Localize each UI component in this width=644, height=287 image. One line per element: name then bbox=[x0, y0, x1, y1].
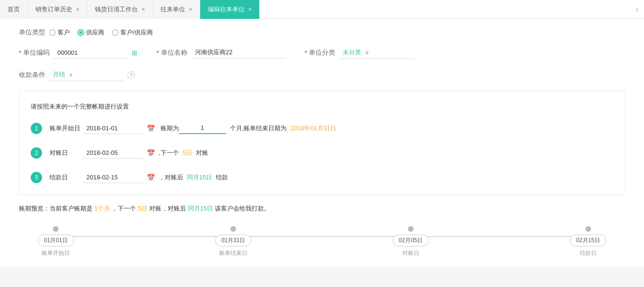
radio-customer[interactable]: 客户 bbox=[49, 28, 70, 37]
tab-partner-units-label: 往来单位 bbox=[161, 5, 185, 14]
row-label-3: 结款日 bbox=[50, 173, 83, 182]
unit-name-star: * bbox=[156, 49, 159, 57]
row-prefix-2: ,下一个 bbox=[159, 149, 179, 157]
setting-row-3: 3 结款日 📅 ，对账后 同月15日 结款 bbox=[31, 172, 613, 183]
unit-type-field: 单位类型 客户 供应商 客户/供应商 bbox=[19, 28, 153, 37]
timeline-nodes: 01月01日 账单开始日 01月31日 账单结束日 02月05日 对账日 02月… bbox=[38, 226, 606, 257]
timeline-label-4: 结款日 bbox=[580, 249, 597, 257]
payment-terms-label: 收款条件 bbox=[19, 71, 45, 79]
period-input[interactable] bbox=[179, 122, 226, 134]
tab-sales-history[interactable]: 销售订单历史 × bbox=[28, 0, 87, 19]
unit-category-arrow: ∨ bbox=[365, 49, 369, 56]
radio-both-label: 客户/供应商 bbox=[120, 28, 153, 37]
row-highlight-1: 2018年01月31日 bbox=[290, 124, 336, 133]
tab-sales-history-label: 销售订单历史 bbox=[35, 5, 72, 14]
unit-code-copy-icon[interactable]: ⊞ bbox=[132, 49, 137, 57]
settings-section: 请按照未来的一个完整帐期进行设置 1 账单开始日 📅 账期为 个月,账单结束日期… bbox=[19, 91, 625, 195]
timeline-label-2: 账单结束日 bbox=[219, 249, 247, 257]
timeline-dot-2 bbox=[230, 226, 236, 232]
payment-terms-select[interactable]: 月结 ∨ bbox=[49, 68, 125, 81]
timeline-node-4: 02月15日 结款日 bbox=[570, 226, 606, 257]
tab-cash-daily-label: 钱货日清工作台 bbox=[95, 5, 138, 14]
row-highlight-2: 5日 bbox=[183, 149, 192, 157]
preview-part3-highlight: 同月15日 bbox=[188, 205, 213, 212]
payment-terms-value: 月结 bbox=[53, 70, 65, 79]
payment-terms-arrow: ∨ bbox=[69, 71, 73, 78]
payment-terms-field: 收款条件 月结 ∨ ? bbox=[19, 68, 135, 81]
preview-part2-highlight: 5日 bbox=[138, 205, 147, 212]
section-title: 请按照未来的一个完整帐期进行设置 bbox=[31, 102, 613, 111]
unit-category-field: * 单位分类 未分类 ∨ bbox=[305, 46, 415, 59]
timeline-label-1: 账单开始日 bbox=[42, 249, 70, 257]
tab-cash-daily[interactable]: 钱货日清工作台 × bbox=[87, 0, 153, 19]
payment-date-input[interactable] bbox=[83, 172, 144, 183]
row-label-2: 对账日 bbox=[50, 149, 83, 157]
radio-both-circle bbox=[112, 29, 119, 36]
preview-part1: 1个月 bbox=[94, 205, 110, 212]
unit-type-label: 单位类型 bbox=[19, 28, 45, 37]
unit-code-field: * 单位编码 ⊞ bbox=[19, 47, 137, 59]
tab-partner-units-close[interactable]: × bbox=[189, 6, 192, 13]
timeline-badge-4: 02月15日 bbox=[570, 235, 606, 246]
radio-supplier[interactable]: 供应商 bbox=[77, 28, 104, 37]
unit-category-value: 未分类 bbox=[343, 48, 361, 57]
unit-type-row: 单位类型 客户 供应商 客户/供应商 bbox=[19, 28, 625, 37]
unit-name-input[interactable] bbox=[191, 47, 286, 59]
timeline-node-3: 02月05日 对账日 bbox=[393, 226, 429, 257]
row-highlight-3: 同月15日 bbox=[187, 173, 212, 182]
page-content: 单位类型 客户 供应商 客户/供应商 * 单位编码 bbox=[0, 19, 644, 267]
tab-edit-partner[interactable]: 编辑往来单位 × bbox=[200, 0, 260, 19]
tab-partner-units[interactable]: 往来单位 × bbox=[153, 0, 200, 19]
radio-supplier-label: 供应商 bbox=[86, 28, 104, 37]
preview-part2: ，下一个 bbox=[111, 205, 136, 212]
help-icon[interactable]: ? bbox=[127, 71, 135, 79]
start-date-input[interactable] bbox=[83, 123, 144, 134]
tab-edit-partner-label: 编辑往来单位 bbox=[208, 5, 245, 14]
tab-edit-partner-close[interactable]: × bbox=[248, 6, 252, 13]
timeline-label-3: 对账日 bbox=[402, 249, 419, 257]
setting-row-2: 2 对账日 📅 ,下一个 5日 对账 bbox=[31, 147, 613, 159]
tab-sales-history-close[interactable]: × bbox=[76, 6, 79, 13]
unit-code-input[interactable] bbox=[53, 47, 129, 59]
timeline-line bbox=[43, 236, 601, 237]
row-suffix-2: 对账 bbox=[196, 149, 208, 157]
unit-name-label: 单位名称 bbox=[161, 49, 187, 57]
unit-info-row: * 单位编码 ⊞ * 单位名称 * 单位分类 未分类 ∨ bbox=[19, 46, 625, 59]
timeline-dot-1 bbox=[53, 226, 59, 232]
tabs-more-button[interactable]: › bbox=[630, 5, 644, 14]
timeline-container: 01月01日 账单开始日 01月31日 账单结束日 02月05日 对账日 02月… bbox=[19, 226, 625, 257]
preview-label: 账期预览：当前客户账期是 bbox=[19, 205, 93, 212]
reconcile-date-input[interactable] bbox=[83, 147, 144, 159]
row-num-3: 3 bbox=[31, 172, 42, 183]
row-num-1: 1 bbox=[31, 123, 42, 134]
tab-cash-daily-close[interactable]: × bbox=[142, 6, 145, 13]
unit-code-label: 单位编码 bbox=[23, 49, 50, 57]
timeline-dot-3 bbox=[408, 226, 414, 232]
radio-both[interactable]: 客户/供应商 bbox=[112, 28, 153, 37]
radio-customer-label: 客户 bbox=[58, 28, 70, 37]
timeline-node-2: 01月31日 账单结束日 bbox=[215, 226, 252, 257]
row-prefix-3: ，对账后 bbox=[159, 173, 183, 182]
payment-date-cal-icon[interactable]: 📅 bbox=[147, 174, 155, 181]
row-label-1: 账单开始日 bbox=[50, 124, 83, 133]
unit-code-star: * bbox=[19, 49, 21, 57]
row-suffix-1: 个月,账单结束日期为 bbox=[230, 124, 287, 133]
unit-category-label: 单位分类 bbox=[309, 49, 335, 57]
tab-home[interactable]: 首页 bbox=[0, 0, 28, 19]
payment-terms-row: 收款条件 月结 ∨ ? bbox=[19, 68, 625, 81]
setting-row-1: 1 账单开始日 📅 账期为 个月,账单结束日期为 2018年01月31日 bbox=[31, 122, 613, 134]
preview-part4: 该客户会给我打款。 bbox=[215, 205, 270, 212]
start-date-cal-icon[interactable]: 📅 bbox=[147, 125, 155, 132]
timeline-badge-1: 01月01日 bbox=[38, 235, 74, 246]
unit-category-select[interactable]: 未分类 ∨ bbox=[339, 46, 415, 59]
timeline-badge-3: 02月05日 bbox=[393, 235, 429, 246]
reconcile-date-cal-icon[interactable]: 📅 bbox=[147, 149, 155, 157]
tab-home-label: 首页 bbox=[8, 5, 20, 14]
preview-part3: 对账，对账后 bbox=[149, 205, 186, 212]
unit-category-star: * bbox=[305, 49, 307, 57]
timeline-dot-4 bbox=[585, 226, 591, 232]
row-num-2: 2 bbox=[31, 147, 42, 159]
radio-supplier-circle bbox=[77, 29, 84, 36]
row-suffix-3: 结款 bbox=[216, 173, 228, 182]
tabs-bar: 首页 销售订单历史 × 钱货日清工作台 × 往来单位 × 编辑往来单位 × › bbox=[0, 0, 644, 19]
